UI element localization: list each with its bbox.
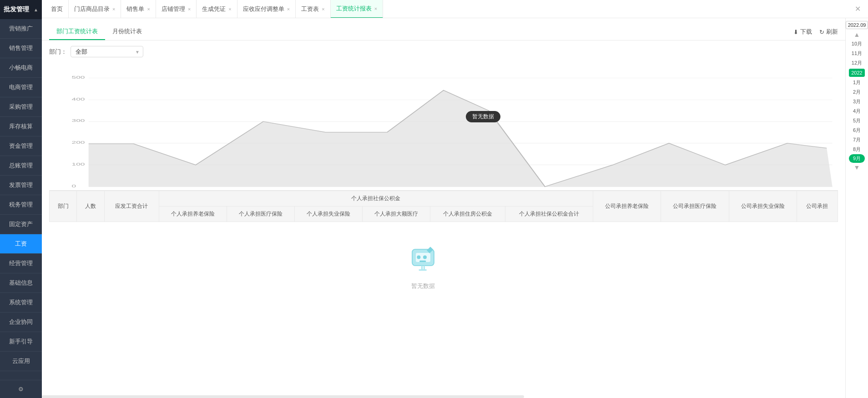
download-button[interactable]: ⬇ 下载 <box>793 28 812 36</box>
refresh-icon: ↻ <box>819 29 824 35</box>
tab-1[interactable]: 门店商品目录× <box>69 0 121 18</box>
download-label: 下载 <box>800 28 812 36</box>
sidebar-item-新手引导[interactable]: 新手引导 <box>0 332 42 352</box>
svg-marker-12 <box>89 90 833 186</box>
tab-4[interactable]: 生成凭证× <box>197 0 237 18</box>
svg-rect-19 <box>424 266 425 269</box>
sidebar-item-营销推广[interactable]: 营销推广 <box>0 19 42 39</box>
sidebar-item-采购管理[interactable]: 采购管理 <box>0 97 42 117</box>
timeline-month-12月[interactable]: 12月 <box>849 58 864 68</box>
sidebar-item-云应用[interactable]: 云应用 <box>0 352 42 371</box>
refresh-label: 刷新 <box>826 28 838 36</box>
timeline-items: 10月11月12月20221月2月3月4月5月6月7月8月9月 <box>849 39 864 163</box>
svg-rect-20 <box>419 269 427 271</box>
svg-rect-17 <box>419 261 426 262</box>
timeline-month-1月[interactable]: 1月 <box>849 78 864 87</box>
chart-area: 0 100 200 300 400 500 <box>42 63 845 398</box>
sub-tabs-actions: ⬇ 下载 ↻ 刷新 <box>793 28 838 36</box>
page: 部门工资统计表 月份统计表 ⬇ 下载 ↻ 刷新 部门： <box>42 18 845 398</box>
sidebar-item-销售管理[interactable]: 销售管理 <box>0 39 42 58</box>
tab-close-5[interactable]: × <box>287 6 290 12</box>
timeline-month-5月[interactable]: 5月 <box>849 116 864 126</box>
tab-dept-stats[interactable]: 部门工资统计表 <box>49 24 105 40</box>
timeline-panel: 2022.09 ▲ 10月11月12月20221月2月3月4月5月6月7月8月9… <box>845 18 868 398</box>
sidebar-item-税务管理[interactable]: 税务管理 <box>0 195 42 215</box>
timeline-year-label[interactable]: 2022.09 <box>846 21 868 29</box>
tab-label-0: 首页 <box>51 5 63 13</box>
window-close-button[interactable]: ✕ <box>851 5 864 13</box>
sidebar-footer-settings[interactable]: ⚙ <box>0 380 42 398</box>
timeline-month-8月[interactable]: 8月 <box>849 145 864 154</box>
tab-month-stats[interactable]: 月份统计表 <box>105 24 149 40</box>
sub-tabs-left: 部门工资统计表 月份统计表 <box>49 24 149 40</box>
sidebar-item-总账管理[interactable]: 总账管理 <box>0 156 42 176</box>
sidebar-item-工资[interactable]: 工资 <box>0 234 42 254</box>
data-table-wrapper[interactable]: 部门 人数 应发工资合计 个人承担社保公积金 公司承担养老保险 公司承担医疗保险… <box>49 190 838 308</box>
svg-text:200: 200 <box>72 140 85 145</box>
col-personal-housing: 个人承担住房公积金 <box>430 207 505 222</box>
chart-svg: 0 100 200 300 400 500 <box>49 63 838 190</box>
dept-select-wrapper: 全部 销售部 采购部 财务部 人事部 ▼ <box>71 46 143 57</box>
sidebar-item-电商管理[interactable]: 电商管理 <box>0 78 42 97</box>
chart-no-data-label: 暂无数据 <box>472 113 494 120</box>
tab-close-1[interactable]: × <box>112 6 115 12</box>
tabs-container: 首页门店商品目录×销售单×店铺管理×生成凭证×应收应付调整单×工资表×工资统计报… <box>45 0 851 18</box>
timeline-month-7月[interactable]: 7月 <box>849 135 864 145</box>
sidebar-item-系统管理[interactable]: 系统管理 <box>0 293 42 312</box>
tab-7[interactable]: 工资统计报表× <box>331 0 383 18</box>
tab-close-4[interactable]: × <box>228 6 231 12</box>
tab-0[interactable]: 首页 <box>45 0 69 18</box>
sidebar: 批发管理 ▲ 营销推广销售管理小畅电商电商管理采购管理库存核算资金管理总账管理发… <box>0 0 42 398</box>
tab-label-4: 生成凭证 <box>202 5 226 13</box>
timeline-month-3月[interactable]: 3月 <box>849 97 864 106</box>
tab-close-6[interactable]: × <box>322 6 324 12</box>
col-personal-total: 个人承担社保公积金合计 <box>505 207 593 222</box>
timeline-nav-up[interactable]: ▲ <box>853 30 861 39</box>
sidebar-item-企业协同[interactable]: 企业协同 <box>0 312 42 332</box>
tab-label-7: 工资统计报表 <box>336 5 372 13</box>
svg-text:0: 0 <box>72 184 76 188</box>
chart-no-data-tooltip: 暂无数据 <box>466 111 500 122</box>
svg-text:300: 300 <box>72 119 85 123</box>
sidebar-item-小畅电商[interactable]: 小畅电商 <box>0 58 42 78</box>
tab-6[interactable]: 工资表× <box>296 0 330 18</box>
sidebar-item-库存核算[interactable]: 库存核算 <box>0 117 42 136</box>
col-headcount: 人数 <box>77 191 104 222</box>
sidebar-item-基础信息[interactable]: 基础信息 <box>0 273 42 293</box>
timeline-month-2月[interactable]: 2月 <box>849 87 864 97</box>
timeline-month-11月[interactable]: 11月 <box>849 49 864 58</box>
chart-container: 0 100 200 300 400 500 <box>49 63 838 190</box>
refresh-button[interactable]: ↻ 刷新 <box>819 28 838 36</box>
tab-bar: 首页门店商品目录×销售单×店铺管理×生成凭证×应收应付调整单×工资表×工资统计报… <box>42 0 868 18</box>
tab-2[interactable]: 销售单× <box>121 0 156 18</box>
tab-close-2[interactable]: × <box>147 6 150 12</box>
dept-select[interactable]: 全部 销售部 采购部 财务部 人事部 <box>71 46 143 57</box>
sidebar-item-资金管理[interactable]: 资金管理 <box>0 136 42 156</box>
tab-label-5: 应收应付调整单 <box>243 5 284 13</box>
timeline-month-4月[interactable]: 4月 <box>849 106 864 116</box>
tab-close-7[interactable]: × <box>374 6 377 11</box>
content-area: 部门工资统计表 月份统计表 ⬇ 下载 ↻ 刷新 部门： <box>42 18 868 398</box>
timeline-month-6月[interactable]: 6月 <box>849 126 864 135</box>
col-personal-pension: 个人承担养老保险 <box>159 207 227 222</box>
col-company-pension: 公司承担养老保险 <box>593 191 661 222</box>
sidebar-item-发票管理[interactable]: 发票管理 <box>0 176 42 195</box>
col-dept: 部门 <box>50 191 77 222</box>
timeline-nav-down[interactable]: ▼ <box>853 163 861 172</box>
sub-tabs-bar: 部门工资统计表 月份统计表 ⬇ 下载 ↻ 刷新 <box>42 18 845 40</box>
data-table: 部门 人数 应发工资合计 个人承担社保公积金 公司承担养老保险 公司承担医疗保险… <box>49 191 838 308</box>
sidebar-item-固定资产[interactable]: 固定资产 <box>0 215 42 234</box>
tab-5[interactable]: 应收应付调整单× <box>237 0 296 18</box>
timeline-month-9月[interactable]: 9月 <box>849 154 864 163</box>
tab-3[interactable]: 店铺管理× <box>156 0 197 18</box>
sidebar-item-经营管理[interactable]: 经营管理 <box>0 254 42 273</box>
col-total-salary: 应发工资合计 <box>104 191 159 222</box>
dept-label: 部门： <box>49 48 67 56</box>
svg-text:500: 500 <box>72 75 85 80</box>
timeline-month-10月[interactable]: 10月 <box>849 39 864 49</box>
tab-close-3[interactable]: × <box>188 6 191 12</box>
timeline-year-2022[interactable]: 2022 <box>849 69 864 77</box>
sidebar-header[interactable]: 批发管理 ▲ <box>0 0 42 19</box>
download-icon: ⬇ <box>793 29 798 35</box>
svg-text:400: 400 <box>72 97 85 101</box>
